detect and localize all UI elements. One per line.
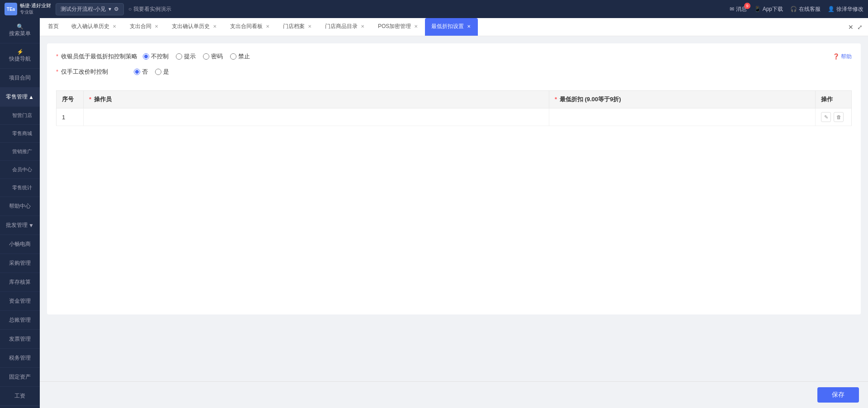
close-tab-button[interactable]: ✕ — [848, 23, 854, 31]
tab-home[interactable]: 首页 — [42, 18, 65, 36]
sidebar-item-wholesale-mgmt[interactable]: 批发管理 ▼ — [0, 216, 40, 235]
page-content: * 收银员低于最低折扣控制策略 不控制 提示 — [40, 36, 868, 381]
field1-radio-group: 不控制 提示 密码 禁止 — [143, 52, 250, 61]
sidebar-item-payroll[interactable]: 工资 — [0, 387, 40, 406]
tab-close-payment-contract[interactable]: ✕ — [154, 23, 159, 29]
tab-income-history[interactable]: 收入确认单历史 ✕ — [65, 18, 123, 36]
sidebar-item-shortcuts[interactable]: ⚡ 快捷导航 — [0, 43, 40, 69]
tab-close-income-history[interactable]: ✕ — [112, 23, 117, 29]
user-menu[interactable]: 👤 徐泽华修改 — [828, 5, 863, 13]
sidebar-item-capital-mgmt[interactable]: 资金管理 — [0, 292, 40, 311]
tab-payment-contract[interactable]: 支出合同 ✕ — [123, 18, 165, 36]
sidebar-item-ledger-mgmt[interactable]: 总账管理 — [0, 311, 40, 330]
sidebar-item-help-center[interactable]: 帮助中心 — [0, 197, 40, 216]
tab-close-payment-confirm-history[interactable]: ✕ — [212, 23, 217, 29]
logo-text: 畅捷·通好业财 — [20, 3, 51, 9]
cell-min-discount — [549, 108, 816, 126]
sidebar-item-retail-mall[interactable]: 零售商城 — [0, 125, 40, 143]
discount-table: 序号 * 操作员 * 最低折扣 (9.00等于9折) — [56, 90, 852, 126]
tab-bar-actions: ✕ ⤢ — [844, 23, 866, 31]
radio-password[interactable]: 密码 — [203, 52, 223, 61]
field1-label: * 收银员低于最低折扣控制策略 — [56, 52, 137, 61]
tab-close-pos-password[interactable]: ✕ — [413, 23, 419, 29]
message-icon: ✉ — [730, 6, 734, 12]
sidebar: 🔍 搜索菜单 ⚡ 快捷导航 项目合同 零售管理 ▲ 智营门店 零售商城 营销推广… — [0, 18, 40, 408]
app-download-button[interactable]: 📱 App下载 — [754, 5, 783, 13]
sidebar-item-member-center[interactable]: 会员中心 — [0, 161, 40, 179]
field2-label: * 仅手工改价时控制 — [56, 68, 128, 76]
sidebar-item-retail-stats[interactable]: 零售统计 — [0, 179, 40, 197]
help-link[interactable]: ❓ 帮助 — [833, 53, 852, 61]
tab-close-min-discount[interactable]: ✕ — [466, 23, 472, 29]
tab-store-goods[interactable]: 门店商品目录 ✕ — [319, 18, 372, 36]
tab-bar: 首页 收入确认单历史 ✕ 支出合同 ✕ 支出确认单历史 ✕ 支出合同看板 ✕ 门… — [40, 18, 868, 36]
settings-icon[interactable]: ⚙ — [114, 6, 119, 12]
delete-row-button[interactable]: 🗑 — [834, 112, 844, 122]
sidebar-item-xiaoqi-ecom[interactable]: 小畅电商 — [0, 235, 40, 254]
sidebar-item-purchase-mgmt[interactable]: 采购管理 — [0, 254, 40, 273]
arrow-down-icon: ▼ — [28, 222, 34, 229]
tab-store-file[interactable]: 门店档案 ✕ — [277, 18, 319, 36]
settings-card: * 收银员低于最低折扣控制策略 不控制 提示 — [47, 43, 861, 314]
expand-tab-button[interactable]: ⤢ — [857, 23, 863, 31]
table-header-row: 序号 * 操作员 * 最低折扣 (9.00等于9折) — [57, 91, 852, 108]
col-operator-header: * 操作员 — [84, 91, 549, 108]
topbar-right: ✉ 消息 9 📱 App下载 🎧 在线客服 👤 徐泽华修改 — [730, 5, 863, 13]
sidebar-settings-button[interactable]: ⚙ — [0, 406, 40, 408]
field2-radio-group: 否 是 — [134, 68, 169, 76]
tab-payment-board[interactable]: 支出合同看板 ✕ — [224, 18, 277, 36]
arrow-up-icon: ▲ — [28, 94, 34, 100]
download-icon: 📱 — [754, 6, 761, 12]
logo-icon: TEa — [5, 3, 17, 15]
sidebar-item-inventory[interactable]: 库存核算 — [0, 273, 40, 292]
tab-close-store-goods[interactable]: ✕ — [360, 23, 365, 29]
messages-button[interactable]: ✉ 消息 9 — [730, 5, 747, 13]
discount-table-container: 序号 * 操作员 * 最低折扣 (9.00等于9折) — [56, 83, 852, 126]
sidebar-item-marketing[interactable]: 营销推广 — [0, 143, 40, 161]
online-service-button[interactable]: 🎧 在线客服 — [790, 5, 821, 13]
col-min-discount-header: * 最低折扣 (9.00等于9折) — [549, 91, 816, 108]
edit-row-button[interactable]: ✎ — [821, 112, 831, 122]
project-selector[interactable]: 测试分开流程-小见 ▾ ⚙ — [56, 3, 124, 15]
action-icons: ✎ 🗑 — [821, 112, 846, 122]
sidebar-item-smart-store[interactable]: 智营门店 — [0, 107, 40, 125]
save-button[interactable]: 保存 — [817, 387, 859, 403]
sidebar-item-tax-mgmt[interactable]: 税务管理 — [0, 349, 40, 368]
logo-sub: 专业版 — [20, 9, 51, 15]
chevron-down-icon: ▾ — [108, 6, 111, 12]
col-action-header: 操作 — [816, 91, 852, 108]
cell-operator — [84, 108, 549, 126]
radio-no[interactable]: 否 — [134, 68, 148, 76]
topbar: TEa 畅捷·通好业财 专业版 测试分开流程-小见 ▾ ⚙ ○ 我要看实例演示 … — [0, 0, 868, 18]
sidebar-item-fixed-assets[interactable]: 固定资产 — [0, 368, 40, 387]
radio-no-control[interactable]: 不控制 — [143, 52, 169, 61]
radio-forbid[interactable]: 禁止 — [230, 52, 250, 61]
user-icon: 👤 — [828, 6, 835, 12]
radio-remind[interactable]: 提示 — [176, 52, 196, 61]
sidebar-item-retail-mgmt[interactable]: 零售管理 ▲ — [0, 88, 40, 107]
tab-close-store-file[interactable]: ✕ — [307, 23, 312, 29]
cell-seq: 1 — [57, 108, 84, 126]
sidebar-item-invoice-mgmt[interactable]: 发票管理 — [0, 330, 40, 349]
headset-icon: 🎧 — [790, 6, 797, 12]
bottom-bar: 保存 — [40, 381, 868, 408]
cell-action: ✎ 🗑 — [816, 108, 852, 126]
tab-payment-confirm-history[interactable]: 支出确认单历史 ✕ — [165, 18, 224, 36]
message-badge: 9 — [744, 3, 750, 9]
demo-link[interactable]: ○ 我要看实例演示 — [128, 5, 171, 13]
project-name: 测试分开流程-小见 — [61, 5, 106, 13]
table-row: 1 ✎ 🗑 — [57, 108, 852, 126]
main-layout: 🔍 搜索菜单 ⚡ 快捷导航 项目合同 零售管理 ▲ 智营门店 零售商城 营销推广… — [0, 18, 868, 408]
form-row-2: * 仅手工改价时控制 否 是 — [56, 68, 852, 76]
tab-min-discount[interactable]: 最低折扣设置 ✕ — [425, 18, 478, 36]
sidebar-item-project-contract[interactable]: 项目合同 — [0, 69, 40, 88]
circle-icon: ○ — [128, 6, 132, 12]
help-icon: ❓ — [833, 53, 840, 60]
tab-pos-password[interactable]: POS加密管理 ✕ — [372, 18, 425, 36]
sidebar-item-search[interactable]: 🔍 搜索菜单 — [0, 18, 40, 43]
tab-close-payment-board[interactable]: ✕ — [265, 23, 270, 29]
app-logo: TEa 畅捷·通好业财 专业版 — [5, 3, 51, 15]
col-seq-header: 序号 — [57, 91, 84, 108]
form-row-1: * 收银员低于最低折扣控制策略 不控制 提示 — [56, 52, 852, 61]
radio-yes[interactable]: 是 — [155, 68, 169, 76]
